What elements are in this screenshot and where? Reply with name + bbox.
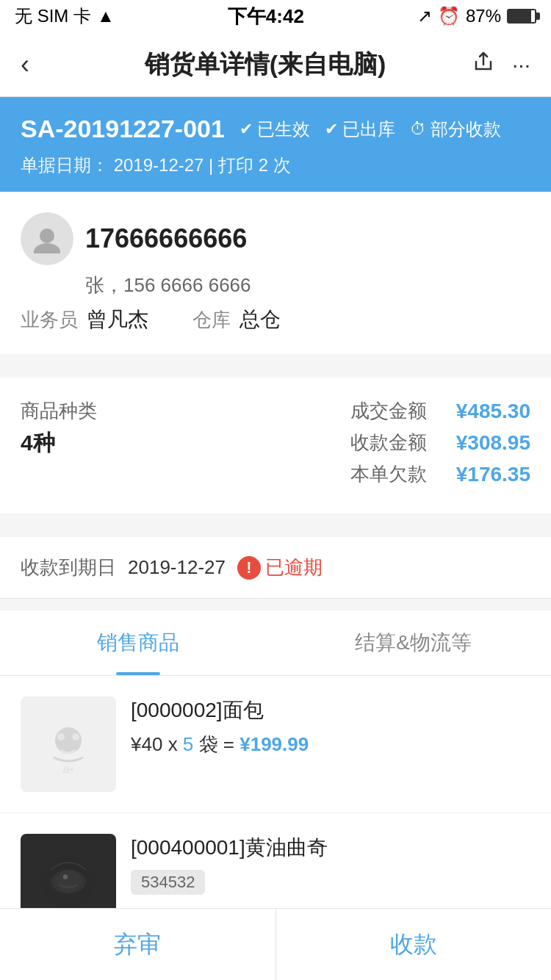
status-effective: ✔ 已生效 xyxy=(240,118,310,141)
svg-point-4 xyxy=(72,733,79,741)
deal-amount-label: 成交金额 xyxy=(350,398,427,424)
check-icon: ✔ xyxy=(240,120,253,139)
unit-1: 袋 xyxy=(199,733,218,755)
divider1 xyxy=(0,366,551,378)
customer-row1: 17666666666 xyxy=(21,212,530,265)
page-title: 销货单详情(来自电脑) xyxy=(44,48,486,82)
svg-point-1 xyxy=(34,243,60,253)
alarm-icon: ⏰ xyxy=(438,6,460,26)
svg-point-3 xyxy=(57,733,65,741)
print-info: | 打印 2 次 xyxy=(209,155,291,175)
back-button[interactable]: ‹ xyxy=(21,51,29,78)
svg-text:品+: 品+ xyxy=(62,765,74,774)
overdue-icon: ! xyxy=(237,556,261,580)
location-icon: ↗ xyxy=(417,6,432,26)
nav-bar: ‹ 销货单详情(来自电脑) ··· xyxy=(0,32,551,97)
wifi-icon: ▲ xyxy=(97,6,115,26)
salesperson-name: 曾凡杰 xyxy=(87,306,148,334)
status-time: 下午4:42 xyxy=(228,4,304,29)
carrier-text: 无 SIM 卡 xyxy=(15,4,91,28)
banner-date-row: 单据日期： 2019-12-27 | 打印 2 次 xyxy=(21,154,530,177)
owed-amount-value: ¥176.35 xyxy=(456,463,530,486)
amount-row-owed: 本单欠款 ¥176.35 xyxy=(350,461,530,487)
header-banner: SA-20191227-001 ✔ 已生效 ✔ 已出库 ⏱ 部分收款 单据日期：… xyxy=(0,97,551,192)
divider3 xyxy=(0,599,551,610)
product-thumbnail-1: 品+ xyxy=(21,696,116,792)
amount-row-deal: 成交金额 ¥485.30 xyxy=(350,398,530,424)
banner-row1: SA-20191227-001 ✔ 已生效 ✔ 已出库 ⏱ 部分收款 xyxy=(21,115,530,143)
abandon-review-button[interactable]: 弃审 xyxy=(0,909,276,980)
price-total-1: ¥199.99 xyxy=(240,733,309,755)
summary-left: 商品种类 4种 xyxy=(21,398,97,458)
summary-right: 成交金额 ¥485.30 收款金额 ¥308.95 本单欠款 ¥176.35 xyxy=(350,398,530,493)
customer-meta: 业务员 曾凡杰 仓库 总仓 xyxy=(21,306,530,334)
salesperson-info: 业务员 曾凡杰 xyxy=(21,306,148,334)
warehouse-info: 仓库 总仓 xyxy=(192,306,281,334)
battery-icon xyxy=(507,9,536,24)
summary-row: 商品种类 4种 成交金额 ¥485.30 收款金额 ¥308.95 本单欠款 ¥… xyxy=(21,398,530,493)
avatar xyxy=(21,212,73,265)
date-label: 单据日期： xyxy=(21,155,109,175)
bottom-bar: 弃审 收款 xyxy=(0,908,551,980)
order-id: SA-20191227-001 xyxy=(21,115,225,143)
customer-phone: 17666666666 xyxy=(85,223,247,254)
price-eq-1: = xyxy=(223,733,240,755)
product-price-row-1: ¥40 x 5 袋 = ¥199.99 xyxy=(131,732,530,757)
status-left: 无 SIM 卡 ▲ xyxy=(15,4,115,28)
salesperson-label: 业务员 xyxy=(21,307,78,333)
svg-point-8 xyxy=(63,874,68,879)
product-batch-2: 534532 xyxy=(131,870,205,895)
clock-icon: ⏱ xyxy=(410,120,426,139)
nav-actions: ··· xyxy=(472,51,530,78)
status-bar: 无 SIM 卡 ▲ 下午4:42 ↗ ⏰ 87% xyxy=(0,0,551,32)
summary-section: 商品种类 4种 成交金额 ¥485.30 收款金额 ¥308.95 本单欠款 ¥… xyxy=(0,378,551,514)
warehouse-name: 总仓 xyxy=(240,306,281,334)
status-shipped: ✔ 已出库 xyxy=(325,118,395,141)
product-info-1: [0000002]面包 ¥40 x 5 袋 = ¥199.99 xyxy=(131,696,530,757)
price-unit-1: ¥40 xyxy=(131,733,162,755)
warehouse-label: 仓库 xyxy=(192,307,231,333)
check-icon2: ✔ xyxy=(325,120,338,139)
battery-text: 87% xyxy=(466,6,501,26)
tab-settlement-logistics[interactable]: 结算&物流等 xyxy=(276,610,551,675)
share-icon[interactable] xyxy=(472,51,494,78)
amount-row-received: 收款金额 ¥308.95 xyxy=(350,430,530,455)
goods-type-label: 商品种类 xyxy=(21,398,97,424)
svg-point-2 xyxy=(55,727,82,754)
due-date-value: 2019-12-27 xyxy=(128,556,226,579)
due-label: 收款到期日 xyxy=(21,555,116,580)
product-item: 品+ [0000002]面包 ¥40 x 5 袋 = ¥199.99 xyxy=(0,676,551,813)
received-amount-value: ¥308.95 xyxy=(456,431,530,455)
tab-sales-goods[interactable]: 销售商品 xyxy=(0,610,276,675)
price-x-1: x xyxy=(168,733,183,755)
customer-card: 17666666666 张，156 6666 6666 业务员 曾凡杰 仓库 总… xyxy=(0,192,551,354)
received-amount-label: 收款金额 xyxy=(350,430,427,455)
deal-amount-value: ¥485.30 xyxy=(456,400,530,423)
tabs-container: 销售商品 结算&物流等 xyxy=(0,610,551,676)
product-name-2: [000400001]黄油曲奇 xyxy=(131,834,530,862)
overdue-badge: ! 已逾期 xyxy=(237,555,323,580)
divider2 xyxy=(0,525,551,537)
svg-point-0 xyxy=(40,228,54,243)
status-right: ↗ ⏰ 87% xyxy=(417,6,536,26)
overdue-text: 已逾期 xyxy=(265,555,323,580)
order-date: 2019-12-27 xyxy=(114,155,204,175)
status-partial-payment: ⏱ 部分收款 xyxy=(410,118,501,141)
price-qty-1: 5 xyxy=(183,733,193,755)
owed-amount-label: 本单欠款 xyxy=(350,461,427,487)
more-icon[interactable]: ··· xyxy=(512,52,530,77)
product-name-1: [0000002]面包 xyxy=(131,696,530,724)
goods-count: 4种 xyxy=(21,428,97,458)
due-date-section: 收款到期日 2019-12-27 ! 已逾期 xyxy=(0,537,551,599)
collect-payment-button[interactable]: 收款 xyxy=(276,909,552,980)
customer-name-phone: 张，156 6666 6666 xyxy=(21,273,530,298)
